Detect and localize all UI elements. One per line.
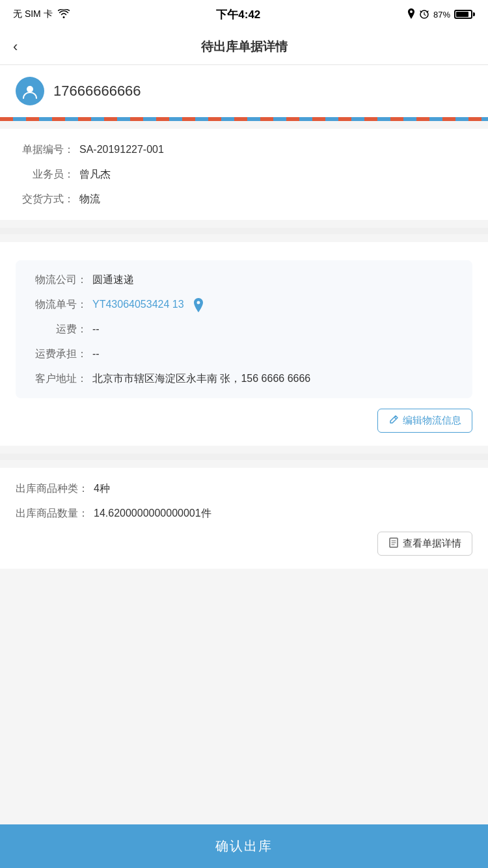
alarm-icon [419, 8, 429, 21]
document-number-row: 单据编号： SA-20191227-001 [16, 142, 472, 157]
address-label: 客户地址： [29, 371, 87, 387]
section-divider-2 [0, 454, 488, 460]
logistics-section: 物流公司： 圆通速递 物流单号： YT43064053424 13 运费： --… [0, 242, 488, 446]
delivery-method-value: 物流 [79, 191, 472, 207]
edit-logistics-label: 编辑物流信息 [403, 414, 461, 427]
document-number-value: SA-20191227-001 [79, 142, 472, 157]
section-divider-1 [0, 228, 488, 234]
dashed-divider [0, 117, 488, 121]
page-title: 待出库单据详情 [201, 38, 288, 55]
address-value: 北京市市辖区海淀区永丰南 张，156 6666 6666 [92, 371, 459, 387]
salesperson-row: 业务员： 曾凡杰 [16, 167, 472, 182]
customer-phone: 17666666666 [53, 83, 141, 100]
logistics-company-value: 圆通速递 [92, 272, 459, 288]
delivery-method-label: 交货方式： [16, 191, 74, 207]
svg-point-1 [27, 86, 33, 92]
location-active-icon [407, 8, 415, 21]
warehouse-section: 出库商品种类： 4种 出库商品数量： 14.6200000000000001件 … [0, 468, 488, 569]
freight-row: 运费： -- [29, 321, 459, 337]
freight-bearer-value: -- [92, 346, 459, 362]
logistics-company-row: 物流公司： 圆通速递 [29, 272, 459, 288]
address-row: 客户地址： 北京市市辖区海淀区永丰南 张，156 6666 6666 [29, 371, 459, 387]
edit-icon [388, 414, 399, 427]
document-icon [388, 537, 399, 550]
view-detail-area: 查看单据详情 [16, 532, 472, 556]
nav-bar: ‹ 待出库单据详情 [0, 29, 488, 65]
view-detail-button[interactable]: 查看单据详情 [377, 532, 472, 556]
document-info-section: 单据编号： SA-20191227-001 业务员： 曾凡杰 交货方式： 物流 [0, 129, 488, 220]
battery-percent: 87% [433, 10, 450, 20]
product-quantity-row: 出库商品数量： 14.6200000000000001件 [16, 506, 472, 521]
confirm-button[interactable]: 确认出库 [0, 824, 488, 868]
bottom-area: 确认出库 [0, 824, 488, 868]
location-icon[interactable] [192, 298, 205, 312]
salesperson-label: 业务员： [16, 167, 74, 182]
carrier-text: 无 SIM 卡 [13, 8, 53, 20]
product-types-value: 4种 [94, 481, 472, 496]
wifi-icon [58, 9, 70, 20]
avatar [16, 77, 44, 105]
view-detail-label: 查看单据详情 [403, 537, 461, 550]
edit-logistics-button[interactable]: 编辑物流信息 [377, 409, 472, 433]
status-bar: 无 SIM 卡 下午4:42 87% [0, 0, 488, 29]
logistics-company-label: 物流公司： [29, 272, 87, 288]
product-types-label: 出库商品种类： [16, 481, 88, 496]
logistics-card: 物流公司： 圆通速递 物流单号： YT43064053424 13 运费： --… [16, 260, 472, 398]
product-quantity-label: 出库商品数量： [16, 506, 88, 521]
battery-icon [454, 10, 475, 19]
back-button[interactable]: ‹ [8, 33, 23, 61]
freight-value: -- [92, 321, 459, 337]
status-left: 无 SIM 卡 [13, 8, 70, 20]
product-quantity-value: 14.6200000000000001件 [94, 506, 472, 521]
tracking-number-label: 物流单号： [29, 297, 87, 312]
delivery-method-row: 交货方式： 物流 [16, 191, 472, 207]
tracking-number-value: YT43064053424 13 [92, 297, 459, 312]
status-right: 87% [407, 8, 475, 21]
product-types-row: 出库商品种类： 4种 [16, 481, 472, 496]
document-number-label: 单据编号： [16, 142, 74, 157]
edit-logistics-area: 编辑物流信息 [16, 409, 472, 433]
spacer [0, 576, 488, 655]
salesperson-value: 曾凡杰 [79, 167, 472, 182]
freight-bearer-row: 运费承担： -- [29, 346, 459, 362]
tracking-number-row: 物流单号： YT43064053424 13 [29, 297, 459, 312]
freight-bearer-label: 运费承担： [29, 346, 87, 362]
status-time: 下午4:42 [216, 7, 260, 22]
freight-label: 运费： [29, 321, 87, 337]
customer-header: 17666666666 [0, 65, 488, 117]
